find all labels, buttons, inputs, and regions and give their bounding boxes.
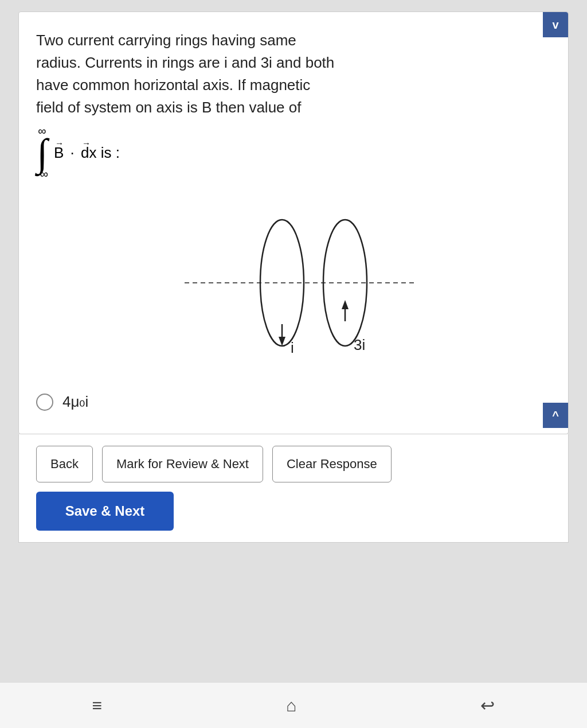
- svg-marker-6: [342, 300, 349, 309]
- option-row-A[interactable]: 4μ₀i: [36, 393, 551, 411]
- home-icon[interactable]: ⌂: [286, 696, 296, 715]
- svg-marker-4: [279, 337, 285, 346]
- integral-section: ∞ ∫ -∞ → B · → dx is :: [36, 124, 551, 181]
- bottom-navbar: ≡ ⌂ ↩: [0, 682, 587, 728]
- v-button[interactable]: v: [543, 12, 568, 37]
- action-buttons-row: Back Mark for Review & Next Clear Respon…: [36, 446, 551, 482]
- back-button[interactable]: Back: [36, 446, 93, 482]
- diagram-area: i 3i: [36, 192, 551, 376]
- option-A-label: 4μ₀i: [62, 393, 88, 411]
- back-nav-icon[interactable]: ↩: [480, 695, 495, 715]
- label-3i: 3i: [354, 336, 365, 353]
- question-text: Two current carrying rings having same r…: [36, 29, 551, 119]
- label-i: i: [291, 339, 294, 356]
- radio-option-A[interactable]: [36, 394, 53, 411]
- integral-symbol: ∫: [37, 133, 48, 172]
- menu-icon[interactable]: ≡: [92, 696, 103, 715]
- rings-diagram: i 3i: [150, 192, 437, 376]
- question-card: v Two current carrying rings having same…: [18, 11, 569, 434]
- integral-lower-limit: -∞: [36, 168, 48, 181]
- mark-review-button[interactable]: Mark for Review & Next: [102, 446, 263, 482]
- clear-response-button[interactable]: Clear Response: [272, 446, 392, 482]
- integral-expression: → B · → dx is :: [54, 144, 120, 162]
- bottom-section: Back Mark for Review & Next Clear Respon…: [18, 434, 569, 543]
- caret-up-button[interactable]: ^: [543, 403, 568, 428]
- save-next-button[interactable]: Save & Next: [36, 492, 174, 531]
